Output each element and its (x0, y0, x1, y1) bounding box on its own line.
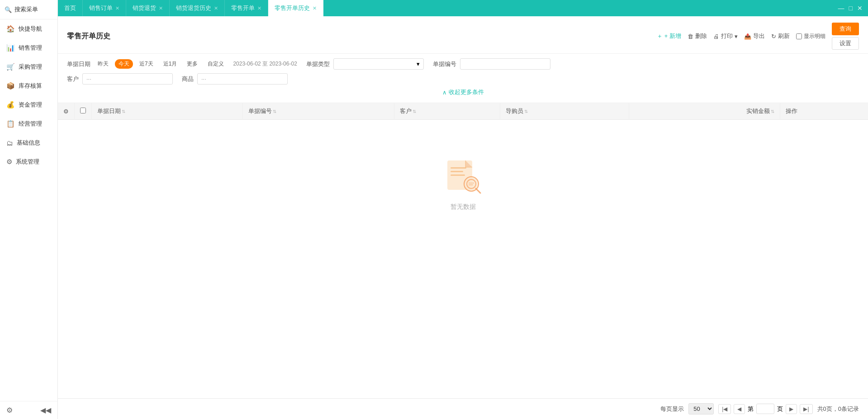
th-customer: 客户⇅ (394, 103, 500, 120)
tab-label-sales-order: 销售订单 (89, 4, 113, 12)
page-word: 页 (777, 405, 783, 413)
th-checkbox[interactable] (75, 103, 92, 120)
goods-select[interactable]: ··· (197, 73, 288, 85)
tab-sales-return-history[interactable]: 销货退货历史✕ (170, 0, 225, 16)
query-area: 查询 设置 (832, 23, 859, 50)
close-button[interactable]: ✕ (857, 5, 863, 12)
sort-no-icon[interactable]: ⇅ (273, 109, 276, 114)
query-button[interactable]: 查询 (832, 23, 859, 35)
first-page-button[interactable]: |◀ (718, 404, 731, 414)
sidebar-item-sales-mgmt[interactable]: 📊销售管理 (0, 38, 57, 57)
tab-close-sales-order[interactable]: ✕ (115, 5, 119, 11)
tab-close-retail-open[interactable]: ✕ (257, 5, 261, 11)
sidebar-item-quick-nav[interactable]: 🏠快捷导航 (0, 19, 57, 38)
minimize-button[interactable]: — (838, 5, 844, 12)
sidebar-icon-finance: 💰 (6, 101, 15, 109)
date-opt-more[interactable]: 更多 (183, 59, 201, 69)
order-type-dropdown-icon: ▾ (417, 61, 420, 67)
date-opt-custom[interactable]: 自定义 (204, 59, 228, 69)
delete-button[interactable]: 🗑 删除 (688, 32, 707, 40)
goods-filter-group: 商品 ··· (182, 73, 288, 85)
sidebar-icon-inventory: 📦 (6, 82, 15, 90)
print-dropdown-icon: ▾ (735, 33, 738, 40)
date-opt-yesterday[interactable]: 昨天 (94, 59, 112, 69)
refresh-button[interactable]: ↻ 刷新 (771, 32, 790, 40)
sidebar-item-purchase-mgmt[interactable]: 🛒采购管理 (0, 57, 57, 76)
date-opt-today[interactable]: 今天 (115, 59, 133, 69)
th-action: 操作 (780, 103, 868, 120)
tab-home[interactable]: 首页 (58, 0, 83, 16)
collapse-icon: ∧ (442, 89, 447, 96)
sidebar-item-inventory[interactable]: 📦库存核算 (0, 76, 57, 95)
tab-label-home: 首页 (64, 4, 76, 12)
sidebar-item-sys-mgmt[interactable]: ⚙系统管理 (0, 152, 57, 171)
tab-close-retail-open-history[interactable]: ✕ (313, 5, 317, 11)
tab-retail-open[interactable]: 零售开单✕ (225, 0, 268, 16)
order-no-input[interactable] (460, 58, 550, 70)
refresh-icon: ↻ (771, 33, 776, 40)
export-button[interactable]: 📤 导出 (744, 32, 765, 40)
delete-icon: 🗑 (688, 33, 693, 40)
th-settings[interactable]: ⚙ (58, 103, 75, 120)
select-all-checkbox[interactable] (80, 108, 86, 113)
sidebar-search[interactable]: 🔍 搜索采单 (0, 0, 57, 19)
table-area: ⚙ 单据日期⇅ 单据编号⇅ 客户⇅ (58, 103, 868, 398)
filter-area: 单据日期 昨天 今天 近7天 近1月 更多 自定义 2023-06-02 至 2… (58, 54, 868, 103)
sort-amount-icon[interactable]: ⇅ (771, 109, 774, 114)
tab-sales-return[interactable]: 销货退货✕ (126, 0, 170, 16)
sidebar-item-ops[interactable]: 📋经营管理 (0, 114, 57, 133)
page-size-select[interactable]: 20 50 100 (688, 403, 714, 414)
tab-retail-open-history[interactable]: 零售开单历史✕ (268, 0, 323, 16)
date-options: 昨天 今天 近7天 近1月 更多 自定义 (94, 59, 228, 69)
prev-page-button[interactable]: ◀ (734, 404, 745, 414)
collapse-filter-button[interactable]: ∧ 收起更多条件 (442, 88, 484, 96)
date-filter-label: 单据日期 (67, 60, 90, 68)
order-no-label: 单据编号 (433, 60, 456, 68)
customer-select[interactable]: ··· (82, 73, 173, 85)
sidebar-icon-basic-info: 🗂 (6, 139, 13, 147)
sort-guide-icon[interactable]: ⇅ (524, 109, 528, 114)
date-opt-7days[interactable]: 近7天 (136, 59, 157, 69)
tab-bar: 首页销售订单✕销货退货✕销货退货历史✕零售开单✕零售开单历史✕ — □ ✕ (58, 0, 868, 16)
empty-illustration (441, 156, 486, 197)
page-word-pre: 第 (748, 405, 754, 413)
tab-close-sales-return-history[interactable]: ✕ (214, 5, 218, 11)
sidebar: 🔍 搜索采单 🏠快捷导航📊销售管理🛒采购管理📦库存核算💰资金管理📋经营管理🗂基础… (0, 0, 58, 419)
settings-button[interactable]: 设置 (832, 37, 859, 50)
page-header: 零售开单历史 ＋ + 新增 🗑 删除 🖨 打印 ▾ 📤 导出 (58, 16, 868, 54)
new-icon: ＋ (657, 32, 663, 40)
next-page-button[interactable]: ▶ (786, 404, 797, 414)
print-button[interactable]: 🖨 打印 ▾ (713, 32, 738, 40)
sort-customer-icon[interactable]: ⇅ (413, 109, 416, 114)
sidebar-label-finance: 资金管理 (19, 101, 42, 109)
date-opt-1month[interactable]: 近1月 (160, 59, 181, 69)
th-guide: 导购员⇅ (500, 103, 629, 120)
sidebar-icon-ops: 📋 (6, 120, 15, 128)
svg-line-6 (476, 188, 480, 193)
last-page-button[interactable]: ▶| (800, 404, 812, 414)
print-icon: 🖨 (713, 33, 719, 40)
tab-close-sales-return[interactable]: ✕ (159, 5, 163, 11)
table-container: ⚙ 单据日期⇅ 单据编号⇅ 客户⇅ (58, 103, 868, 238)
sidebar-nav: 🏠快捷导航📊销售管理🛒采购管理📦库存核算💰资金管理📋经营管理🗂基础信息⚙系统管理 (0, 19, 57, 401)
page-input[interactable]: 1 (756, 404, 774, 414)
show-detail-checkbox[interactable] (796, 33, 802, 39)
goods-label: 商品 (182, 75, 194, 83)
tab-sales-order[interactable]: 销售订单✕ (83, 0, 126, 16)
footer-pagination: 每页显示 20 50 100 |◀ ◀ 第 1 页 ▶ ▶| 共0页，0条记录 (58, 398, 868, 419)
tab-label-sales-return-history: 销货退货历史 (176, 4, 211, 12)
sort-date-icon[interactable]: ⇅ (122, 109, 125, 114)
page-total: 共0页，0条记录 (817, 405, 859, 413)
collapse-sidebar-icon[interactable]: ◀◀ (40, 406, 51, 414)
sidebar-item-basic-info[interactable]: 🗂基础信息 (0, 133, 57, 152)
maximize-button[interactable]: □ (849, 5, 853, 12)
sidebar-item-finance[interactable]: 💰资金管理 (0, 95, 57, 114)
sidebar-label-purchase-mgmt: 采购管理 (19, 63, 42, 71)
th-date: 单据日期⇅ (92, 103, 243, 120)
customer-filter-group: 客户 ··· (67, 73, 173, 85)
show-detail-toggle[interactable]: 显示明细 (796, 33, 825, 40)
sidebar-label-sales-mgmt: 销售管理 (19, 44, 42, 52)
settings-icon[interactable]: ⚙ (6, 406, 13, 414)
order-type-select[interactable]: ▾ (333, 58, 424, 70)
new-button[interactable]: ＋ + 新增 (657, 32, 681, 40)
